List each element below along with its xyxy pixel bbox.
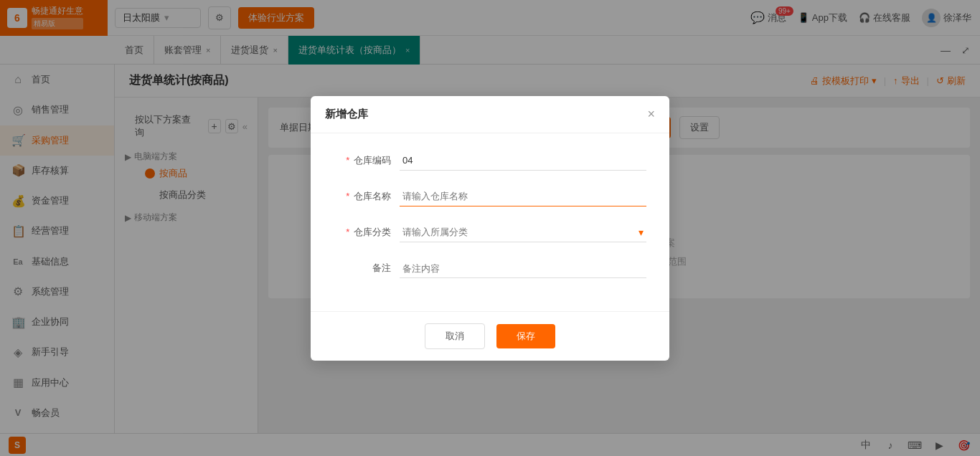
modal-overlay: 新增仓库 × * 仓库编码 * 仓库名称 (0, 0, 980, 456)
dialog-footer: 取消 保存 (311, 311, 669, 361)
note-label: 备注 (334, 262, 391, 275)
category-dropdown-icon: ▾ (639, 227, 644, 238)
code-required-mark: * (346, 155, 349, 166)
code-label: * 仓库编码 (334, 154, 391, 167)
dialog-header: 新增仓库 × (311, 96, 669, 133)
save-button[interactable]: 保存 (496, 324, 555, 348)
category-required-mark: * (346, 227, 349, 237)
name-label: * 仓库名称 (334, 190, 391, 203)
dialog-body: * 仓库编码 * 仓库名称 * 仓库分类 (311, 133, 669, 311)
dialog-close-button[interactable]: × (647, 108, 655, 120)
dialog-title: 新增仓库 (325, 108, 368, 121)
form-row-note: 备注 (334, 258, 646, 278)
name-input[interactable] (400, 186, 646, 206)
note-textarea[interactable] (400, 258, 646, 278)
code-input[interactable] (400, 151, 646, 171)
name-required-mark: * (346, 191, 349, 201)
form-row-category: * 仓库分类 ▾ (334, 222, 646, 242)
form-row-code: * 仓库编码 (334, 151, 646, 171)
category-select-wrap: ▾ (400, 222, 646, 242)
category-label: * 仓库分类 (334, 226, 391, 239)
category-input[interactable] (400, 222, 646, 242)
new-warehouse-dialog: 新增仓库 × * 仓库编码 * 仓库名称 (311, 96, 669, 361)
cancel-button[interactable]: 取消 (425, 323, 485, 349)
form-row-name: * 仓库名称 (334, 186, 646, 206)
